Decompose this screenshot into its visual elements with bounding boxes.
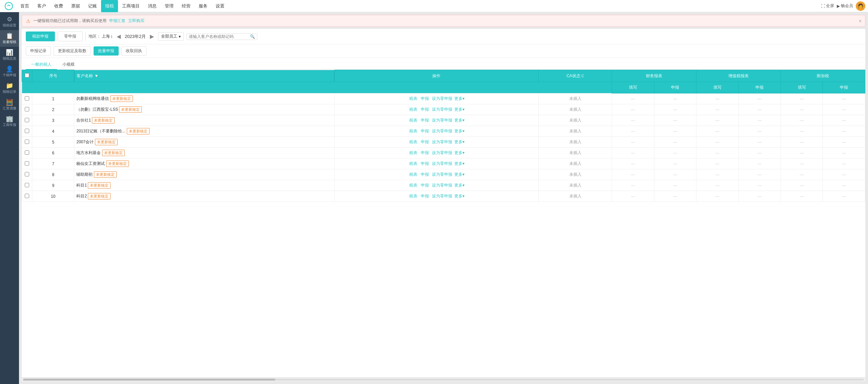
op-more-2[interactable]: 更多▾ [454, 118, 465, 123]
op-declare-5[interactable]: 申报 [421, 150, 429, 155]
op-declare-2[interactable]: 申报 [421, 118, 429, 123]
search-icon[interactable]: 🔍 [250, 34, 255, 39]
row-checkbox-7[interactable] [25, 172, 29, 176]
op-tax-form-9[interactable]: 税表 [409, 194, 417, 198]
update-tax-button[interactable]: 更新税定及取数 [54, 46, 91, 56]
op-zero-declare-8[interactable]: 设为零申报 [432, 183, 452, 188]
declaration-record-button[interactable]: 申报记录 [26, 46, 51, 56]
nav-manage[interactable]: 管理 [161, 0, 178, 12]
row-checkbox-0[interactable] [25, 96, 29, 101]
collect-receipt-button[interactable]: 收取回执 [121, 46, 146, 56]
op-declare-3[interactable]: 申报 [421, 129, 429, 133]
op-tax-form-5[interactable]: 税表 [409, 150, 417, 155]
ca-info-icon[interactable]: C [581, 74, 584, 78]
row-ca-status-3: 未插入 [538, 126, 612, 137]
sidebar-label-batch-tax: 批量报税 [3, 40, 16, 44]
member-label: 畅会员 [841, 3, 853, 9]
op-more-7[interactable]: 更多▾ [454, 172, 465, 177]
sidebar-item-business-annual[interactable]: 🏢 工商年报 [0, 113, 19, 130]
op-zero-declare-4[interactable]: 设为零申报 [432, 140, 452, 144]
fullscreen-button[interactable]: ⛶ 全屏 [821, 3, 834, 9]
row-checkbox-4[interactable] [25, 140, 29, 144]
row-checkbox-8[interactable] [25, 183, 29, 187]
op-more-5[interactable]: 更多▾ [454, 150, 465, 155]
nav-home[interactable]: 首页 [16, 0, 33, 12]
sidebar-item-batch-tax[interactable]: 📋 批量报税 [0, 30, 19, 47]
row-checkbox-6[interactable] [25, 161, 29, 166]
nav-bookkeeping[interactable]: 记账 [84, 0, 101, 12]
sidebar-item-personal-tax[interactable]: 👤 个税申报 [0, 63, 19, 80]
op-more-6[interactable]: 更多▾ [454, 161, 465, 166]
op-zero-declare-2[interactable]: 设为零申报 [432, 118, 452, 123]
row-name: 勿删新税网络通信 未更新核定 [74, 93, 334, 104]
op-declare-7[interactable]: 申报 [421, 172, 429, 177]
banner-close-button[interactable]: × [859, 18, 862, 24]
op-tax-form-3[interactable]: 税表 [409, 129, 417, 133]
tab-zero-declaration[interactable]: 零申报 [58, 31, 83, 41]
row-checkbox-5[interactable] [25, 150, 29, 155]
op-declare-9[interactable]: 申报 [421, 194, 429, 198]
member-button[interactable]: ▶ 畅会员 [837, 3, 853, 9]
prev-month-button[interactable]: ◀ [115, 33, 122, 40]
sidebar-item-tax-overview[interactable]: 📊 报税总览 [0, 47, 19, 63]
op-more-1[interactable]: 更多▾ [454, 107, 465, 112]
sidebar-item-tax-settings[interactable]: ⚙ 报税设置 [0, 14, 19, 30]
op-declare-1[interactable]: 申报 [421, 107, 429, 112]
row-col-3-4: — [781, 126, 823, 137]
op-more-3[interactable]: 更多▾ [454, 129, 465, 133]
op-tax-form-2[interactable]: 税表 [409, 118, 417, 123]
op-more-9[interactable]: 更多▾ [454, 194, 465, 198]
op-tax-form-8[interactable]: 税表 [409, 183, 417, 188]
sort-icon[interactable]: ▼ [94, 73, 98, 78]
row-checkbox-3[interactable] [25, 129, 29, 133]
row-checkbox-9[interactable] [25, 194, 29, 198]
op-declare-4[interactable]: 申报 [421, 140, 429, 144]
search-input[interactable] [189, 34, 250, 39]
op-more-8[interactable]: 更多▾ [454, 183, 465, 188]
nav-settings[interactable]: 设置 [212, 0, 229, 12]
op-zero-declare-7[interactable]: 设为零申报 [432, 172, 452, 177]
row-checkbox-1[interactable] [25, 107, 29, 111]
sidebar-item-tax-record[interactable]: 📁 报税记录 [0, 80, 19, 97]
op-tax-form-1[interactable]: 税表 [409, 107, 417, 112]
op-tax-form-6[interactable]: 税表 [409, 161, 417, 166]
op-declare-8[interactable]: 申报 [421, 183, 429, 188]
select-all-checkbox[interactable] [25, 73, 29, 78]
op-tax-form-7[interactable]: 税表 [409, 172, 417, 177]
scroll-thumb[interactable] [23, 379, 275, 381]
sidebar-item-annual-settlement[interactable]: 🧮 汇算清缴 [0, 97, 19, 113]
op-tax-form-0[interactable]: 税表 [409, 96, 417, 101]
banner-link-report[interactable]: 申报汇签 [109, 18, 125, 24]
op-zero-declare-1[interactable]: 设为零申报 [432, 107, 452, 112]
op-zero-declare-5[interactable]: 设为零申报 [432, 150, 452, 155]
batch-declare-button[interactable]: 批量申报 [94, 46, 119, 56]
banner-link-buy[interactable]: 立即购买 [128, 18, 144, 24]
data-table: 序号 客户名称 ▼ 操作 CA状态 C 财务报表 增值税报表 附加税 [22, 70, 865, 202]
nav-message[interactable]: 消息 [144, 0, 161, 12]
dept-select[interactable]: 全部员工 ▾ [158, 32, 184, 41]
op-declare-6[interactable]: 申报 [421, 161, 429, 166]
next-month-button[interactable]: ▶ [149, 33, 155, 40]
nav-service[interactable]: 服务 [195, 0, 212, 12]
op-more-4[interactable]: 更多▾ [454, 140, 465, 144]
row-col-4-3: — [738, 137, 781, 148]
op-more-0[interactable]: 更多▾ [454, 96, 465, 101]
sub-tab-general[interactable]: 一般的税人 [26, 60, 57, 70]
op-tax-form-4[interactable]: 税表 [409, 140, 417, 144]
op-declare-0[interactable]: 申报 [421, 96, 429, 101]
nav-billing[interactable]: 收费 [50, 0, 67, 12]
sub-tab-small-scale[interactable]: 小规模 [57, 60, 80, 70]
row-checkbox-2[interactable] [25, 118, 29, 122]
op-zero-declare-0[interactable]: 设为零申报 [432, 96, 452, 101]
nav-tax[interactable]: 报税 [101, 0, 118, 12]
nav-customer[interactable]: 客户 [33, 0, 50, 12]
op-zero-declare-3[interactable]: 设为零申报 [432, 129, 452, 133]
nav-biz-project[interactable]: 工商项目 [118, 0, 144, 12]
nav-operation[interactable]: 经营 [178, 0, 195, 12]
op-zero-declare-9[interactable]: 设为零申报 [432, 194, 452, 198]
op-zero-declare-6[interactable]: 设为零申报 [432, 161, 452, 166]
date-label: 2023年2月 [125, 34, 146, 40]
tab-tax-declaration[interactable]: 税款申报 [26, 31, 55, 41]
nav-invoice[interactable]: 票据 [67, 0, 84, 12]
row-col-4-2: — [696, 137, 738, 148]
